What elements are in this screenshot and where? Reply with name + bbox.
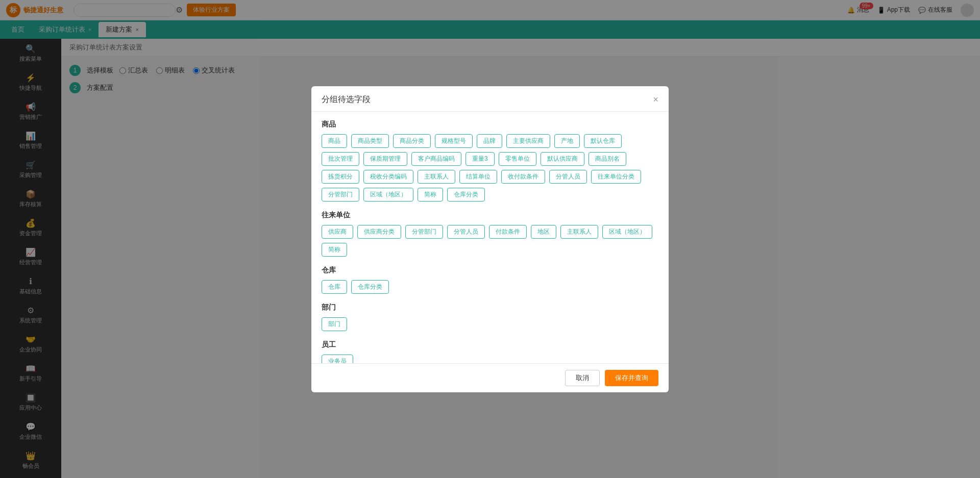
section-title-4: 员工 — [322, 340, 658, 349]
field-tag-1-7[interactable]: 区域（地区） — [602, 225, 652, 239]
field-section-0: 商品商品商品类型商品分类规格型号品牌主要供应商产地默认仓库批次管理保质期管理客户… — [322, 120, 658, 202]
field-tag-0-21[interactable]: 往来单位分类 — [591, 170, 641, 184]
field-tags-0: 商品商品类型商品分类规格型号品牌主要供应商产地默认仓库批次管理保质期管理客户商品… — [322, 134, 658, 202]
modal-footer: 取消 保存并查询 — [311, 363, 669, 392]
field-tags-3: 部门 — [322, 317, 658, 331]
field-tag-4-0[interactable]: 业务员 — [322, 355, 353, 363]
cancel-button[interactable]: 取消 — [565, 370, 600, 386]
field-tag-0-10[interactable]: 客户商品编码 — [411, 152, 461, 166]
field-tag-0-25[interactable]: 仓库分类 — [447, 188, 485, 202]
field-tag-0-3[interactable]: 规格型号 — [435, 134, 473, 148]
field-tag-0-12[interactable]: 零售单位 — [499, 152, 536, 166]
modal-title: 分组待选字段 — [322, 94, 371, 105]
field-tag-0-7[interactable]: 默认仓库 — [584, 134, 622, 148]
field-tag-0-4[interactable]: 品牌 — [477, 134, 502, 148]
field-tag-1-5[interactable]: 地区 — [531, 225, 556, 239]
field-section-2: 仓库仓库仓库分类 — [322, 266, 658, 294]
section-title-0: 商品 — [322, 120, 658, 129]
field-tag-0-15[interactable]: 拣货积分 — [322, 170, 359, 184]
field-tags-1: 供应商供应商分类分管部门分管人员付款条件地区主联系人区域（地区）简称 — [322, 225, 658, 257]
section-title-3: 部门 — [322, 303, 658, 312]
field-section-4: 员工业务员 — [322, 340, 658, 363]
section-title-2: 仓库 — [322, 266, 658, 275]
field-tag-0-6[interactable]: 产地 — [554, 134, 580, 148]
field-tag-0-14[interactable]: 商品别名 — [589, 152, 626, 166]
field-tag-0-11[interactable]: 重量3 — [465, 152, 495, 166]
field-tag-0-9[interactable]: 保质期管理 — [363, 152, 407, 166]
field-tag-0-5[interactable]: 主要供应商 — [506, 134, 550, 148]
field-section-1: 往来单位供应商供应商分类分管部门分管人员付款条件地区主联系人区域（地区）简称 — [322, 211, 658, 257]
field-tag-0-2[interactable]: 商品分类 — [393, 134, 431, 148]
modal-header: 分组待选字段 × — [311, 86, 669, 112]
field-tag-2-0[interactable]: 仓库 — [322, 280, 347, 294]
save-button[interactable]: 保存并查询 — [605, 370, 658, 386]
modal-body: 商品商品商品类型商品分类规格型号品牌主要供应商产地默认仓库批次管理保质期管理客户… — [311, 112, 669, 363]
field-tag-1-2[interactable]: 分管部门 — [405, 225, 443, 239]
field-tag-1-0[interactable]: 供应商 — [322, 225, 353, 239]
field-tag-1-3[interactable]: 分管人员 — [447, 225, 485, 239]
field-tags-4: 业务员 — [322, 355, 658, 363]
section-title-1: 往来单位 — [322, 211, 658, 220]
field-tag-0-23[interactable]: 区域（地区） — [363, 188, 413, 202]
field-tag-0-16[interactable]: 税收分类编码 — [363, 170, 413, 184]
field-tag-0-1[interactable]: 商品类型 — [351, 134, 389, 148]
field-tags-2: 仓库仓库分类 — [322, 280, 658, 294]
field-section-3: 部门部门 — [322, 303, 658, 331]
modal-overlay[interactable]: 分组待选字段 × 商品商品商品类型商品分类规格型号品牌主要供应商产地默认仓库批次… — [0, 0, 980, 478]
field-tag-0-18[interactable]: 结算单位 — [459, 170, 497, 184]
field-tag-1-4[interactable]: 付款条件 — [489, 225, 527, 239]
field-tag-0-19[interactable]: 收付款条件 — [501, 170, 545, 184]
field-tag-2-1[interactable]: 仓库分类 — [351, 280, 389, 294]
modal: 分组待选字段 × 商品商品商品类型商品分类规格型号品牌主要供应商产地默认仓库批次… — [311, 86, 669, 392]
field-tag-0-20[interactable]: 分管人员 — [549, 170, 587, 184]
field-tag-0-17[interactable]: 主联系人 — [418, 170, 455, 184]
field-tag-1-8[interactable]: 简称 — [322, 243, 347, 257]
field-tag-0-13[interactable]: 默认供应商 — [541, 152, 584, 166]
field-tag-0-8[interactable]: 批次管理 — [322, 152, 359, 166]
field-tag-0-24[interactable]: 简称 — [418, 188, 443, 202]
field-tag-0-22[interactable]: 分管部门 — [322, 188, 359, 202]
field-tag-3-0[interactable]: 部门 — [322, 317, 347, 331]
field-tag-1-1[interactable]: 供应商分类 — [357, 225, 401, 239]
modal-close-btn[interactable]: × — [653, 94, 658, 105]
field-tag-0-0[interactable]: 商品 — [322, 134, 347, 148]
field-tag-1-6[interactable]: 主联系人 — [560, 225, 598, 239]
